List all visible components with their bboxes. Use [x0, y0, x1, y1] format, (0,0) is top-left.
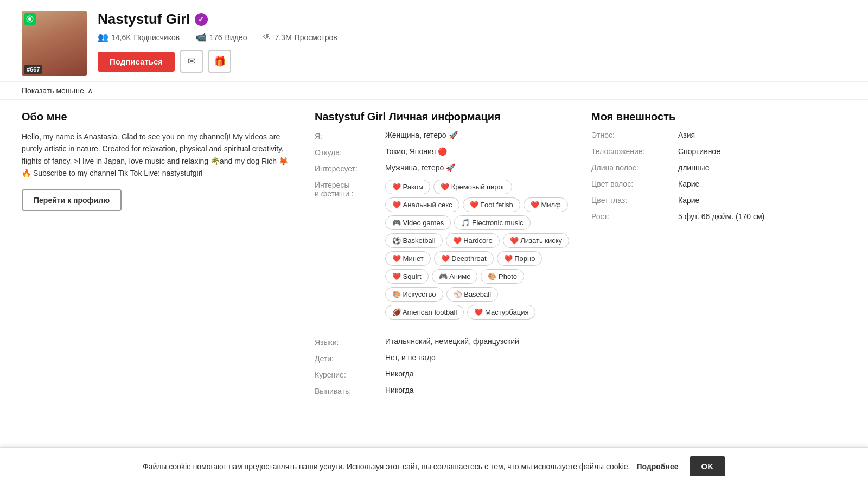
subscribe-button[interactable]: Подписаться: [98, 52, 175, 72]
rank-badge: #667: [24, 65, 42, 74]
tag-squirt: ❤️ Squirt: [385, 269, 429, 284]
info-row-children: Дети: Нет, и не надо: [315, 353, 570, 363]
about-title: Обо мне: [22, 111, 293, 123]
personal-info-title: Nastystuf Girl Личная информация: [315, 111, 570, 123]
value-smoking: Никогда: [385, 369, 570, 378]
profile-name: Nastystuf Girl: [98, 11, 190, 28]
value-children: Нет, и не надо: [385, 353, 570, 362]
value-interested: Мужчина, гетеро 🚀: [385, 163, 570, 172]
info-row-smoking: Курение: Никогда: [315, 369, 570, 379]
tag-electronic-music: 🎵 Electronic music: [454, 215, 530, 230]
show-less-bar[interactable]: Показать меньше ∧: [0, 81, 868, 100]
tag-milf: ❤️ Милф: [524, 197, 568, 212]
tag-basketball: ⚽ Basketball: [385, 233, 443, 248]
value-from: Токио, Япония 🔴: [385, 147, 570, 156]
info-row-languages: Языки: Итальянский, немецкий, французски…: [315, 337, 570, 347]
value-hair-color: Карие: [678, 180, 846, 188]
tag-photo: 🎨 Photo: [481, 269, 524, 284]
tag-iskusstvo: 🎨 Искусство: [385, 287, 443, 302]
videos-count: 176: [209, 33, 222, 42]
label-smoking: Курение:: [315, 369, 385, 379]
tag-baseball: ⚾ Baseball: [446, 287, 498, 302]
label-interested: Интересует:: [315, 163, 385, 173]
tag-video-games: 🎮 Video games: [385, 215, 451, 230]
show-less-label: Показать меньше: [22, 86, 84, 95]
personal-info-column: Nastystuf Girl Личная информация Я: Женщ…: [315, 111, 570, 326]
tag-foot-fetish: ❤️ Foot fetish: [463, 197, 520, 212]
profile-actions: Подписаться ✉ 🎁: [98, 50, 846, 73]
info-row-from: Откуда: Токио, Япония 🔴: [315, 147, 570, 157]
label-hair-length: Длина волос:: [591, 163, 678, 172]
tag-anime: 🎮 Аниме: [432, 269, 478, 284]
videos-label: Видео: [225, 33, 247, 42]
views-icon: 👁: [263, 33, 272, 42]
tag-deepthroat: ❤️ Deepthroat: [434, 251, 494, 266]
label-eye-color: Цвет глаз:: [591, 196, 678, 205]
tag-masturbatsiya: ❤️ Мастурбация: [467, 305, 535, 320]
tag-hardcore: ❤️ Hardcore: [446, 233, 500, 248]
appearance-column: Моя внешность Этнос: Азия Телосложение: …: [591, 111, 846, 326]
value-height: 5 фут. 66 дюйм. (170 см): [678, 212, 846, 221]
label-body: Телосложение:: [591, 147, 678, 156]
views-label: Просмотров: [295, 33, 337, 42]
value-ya: Женщина, гетеро 🚀: [385, 131, 570, 139]
appearance-row-ethnos: Этнос: Азия: [591, 131, 846, 139]
subscribers-count: 14,6K: [111, 33, 131, 42]
appearance-row-hair-length: Длина волос: длинные: [591, 163, 846, 172]
appearance-title: Моя внешность: [591, 111, 846, 123]
views-count: 7,3М: [275, 33, 291, 42]
info-row-drinking: Выпивать: Никогда: [315, 386, 570, 395]
gift-button[interactable]: 🎁: [208, 50, 231, 73]
label-interests: Интересы и фетиши :: [315, 180, 385, 198]
live-badge: [24, 13, 36, 25]
value-drinking: Никогда: [385, 386, 570, 394]
videos-icon: 📹: [196, 32, 207, 42]
subscribers-icon: 👥: [98, 32, 108, 42]
tag-lizat-kisku: ❤️ Лизать киску: [503, 233, 569, 248]
value-eye-color: Карие: [678, 196, 846, 205]
appearance-row-eye-color: Цвет глаз: Карие: [591, 196, 846, 205]
subscribers-stat: 👥 14,6K Подписчиков: [98, 32, 180, 42]
tag-anal-sex: ❤️ Анальный секс: [385, 197, 459, 212]
views-stat: 👁 7,3М Просмотров: [263, 32, 337, 42]
tags-container: ❤️ Раком ❤️ Кремовый пирог ❤️ Анальный с…: [385, 180, 570, 320]
info-row-interested: Интересует: Мужчина, гетеро 🚀: [315, 163, 570, 173]
tag-american-football: 🏈 American football: [385, 305, 464, 320]
about-text: Hello, my name is Anastasia. Glad to see…: [22, 131, 293, 180]
profile-info: Nastystuf Girl ✓ 👥 14,6K Подписчиков 📹 1…: [98, 11, 846, 73]
value-ethnos: Азия: [678, 131, 846, 139]
chevron-up-icon: ∧: [87, 86, 93, 95]
tag-porno: ❤️ Порно: [497, 251, 542, 266]
appearance-table: Этнос: Азия Телосложение: Спортивное Дли…: [591, 131, 846, 221]
appearance-row-height: Рост: 5 фут. 66 дюйм. (170 см): [591, 212, 846, 221]
message-button[interactable]: ✉: [180, 50, 203, 73]
label-ethnos: Этнос:: [591, 131, 678, 139]
about-column: Обо мне Hello, my name is Anastasia. Gla…: [22, 111, 293, 326]
label-ya: Я:: [315, 131, 385, 141]
appearance-row-hair-color: Цвет волос: Карие: [591, 180, 846, 188]
tag-minet: ❤️ Минет: [385, 251, 431, 266]
profile-stats: 👥 14,6K Подписчиков 📹 176 Видео 👁 7,3М П…: [98, 32, 846, 42]
value-hair-length: длинные: [678, 163, 846, 172]
lower-section: Языки: Итальянский, немецкий, французски…: [0, 337, 868, 413]
avatar-wrapper: #667: [22, 11, 87, 76]
label-drinking: Выпивать:: [315, 386, 385, 395]
label-height: Рост:: [591, 212, 678, 221]
videos-stat: 📹 176 Видео: [196, 32, 247, 42]
svg-point-0: [28, 17, 31, 21]
subscribers-label: Подписчиков: [134, 33, 180, 42]
profile-name-row: Nastystuf Girl ✓: [98, 11, 846, 28]
appearance-row-body: Телосложение: Спортивное: [591, 147, 846, 156]
lower-info: Языки: Итальянский, немецкий, французски…: [315, 337, 570, 402]
label-hair-color: Цвет волос:: [591, 180, 678, 188]
info-table: Я: Женщина, гетеро 🚀 Откуда: Токио, Япон…: [315, 131, 570, 320]
goto-profile-button[interactable]: Перейти к профилю: [22, 189, 122, 211]
label-children: Дети:: [315, 353, 385, 363]
verified-icon: ✓: [195, 13, 208, 26]
label-from: Откуда:: [315, 147, 385, 157]
value-languages: Итальянский, немецкий, французский: [385, 337, 570, 346]
tag-kremoviy-pirog: ❤️ Кремовый пирог: [433, 180, 512, 194]
tag-rakom: ❤️ Раком: [385, 180, 430, 194]
label-languages: Языки:: [315, 337, 385, 347]
info-row-interests: Интересы и фетиши : ❤️ Раком ❤️ Кремовый…: [315, 180, 570, 320]
